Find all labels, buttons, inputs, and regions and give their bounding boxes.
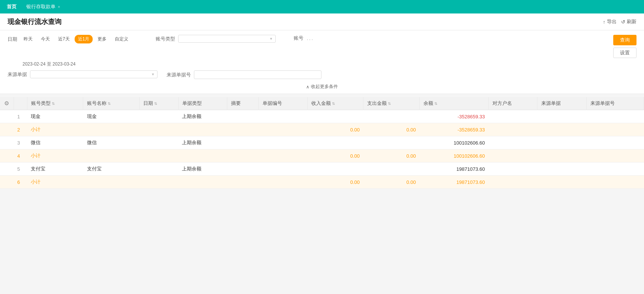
cell-source_doc_no — [586, 163, 644, 176]
sort-icon-account_name: ⇅ — [108, 101, 111, 106]
cell-expense: 0.00 — [363, 149, 420, 163]
account-filter-group: 账号 ... — [294, 35, 314, 42]
sort-icon-income: ⇅ — [332, 101, 335, 106]
account-dots[interactable]: ... — [306, 35, 314, 42]
cell-row_num: 3 — [14, 136, 27, 149]
source-doc-select[interactable]: ▾ — [30, 70, 158, 78]
account-type-filter-group: 账号类型 ▾ — [156, 35, 276, 43]
table-row[interactable]: 3微信微信上期余额100102606.60 — [0, 136, 644, 149]
nav-home[interactable]: 首页 — [2, 3, 22, 10]
date-label: 日期 — [8, 36, 17, 43]
cell-expense — [363, 110, 420, 123]
col-label-counterpart: 对方户名 — [492, 100, 512, 106]
cell-balance: 100102606.60 — [420, 136, 489, 149]
cell-balance: 19871073.60 — [420, 163, 489, 176]
cell-account_name — [83, 149, 140, 163]
table-row[interactable]: 4小计0.000.00100102606.60 — [0, 149, 644, 163]
cell-counterpart — [489, 163, 537, 176]
collapse-icon: ∧ — [306, 84, 309, 90]
cell-expense: 0.00 — [363, 123, 420, 136]
date-option-5[interactable]: 自定义 — [111, 35, 132, 43]
table-row[interactable]: 6小计0.000.0019871073.60 — [0, 176, 644, 189]
date-options: 昨天今天近7天近1月更多自定义 — [20, 35, 132, 43]
cell-doc_no — [258, 163, 307, 176]
cell-doc_type: 上期余额 — [178, 163, 227, 176]
cell-doc_type: 上期余额 — [178, 136, 227, 149]
col-account_name[interactable]: 账号名称⇅ — [83, 97, 140, 110]
table-row[interactable]: 1现金现金上期余额-3528659.33 — [0, 110, 644, 123]
source-doc-no-input[interactable] — [194, 70, 321, 79]
table-row[interactable]: 5支付宝支付宝上期余额19871073.60 — [0, 163, 644, 176]
cell-doc_no — [258, 123, 307, 136]
cell-account_name: 微信 — [83, 136, 140, 149]
cell-summary — [227, 136, 258, 149]
col-label-summary: 摘要 — [231, 100, 241, 106]
table-settings-icon[interactable]: ⚙ — [4, 100, 9, 106]
cell-expense: 0.00 — [363, 176, 420, 189]
col-source_doc: 来源单据 — [537, 97, 586, 110]
refresh-button[interactable]: ↺ 刷新 — [621, 18, 636, 25]
cell-counterpart — [489, 136, 537, 149]
cell-account_name: 支付宝 — [83, 163, 140, 176]
col-balance[interactable]: 余额⇅ — [420, 97, 489, 110]
cell-doc_type: 上期余额 — [178, 110, 227, 123]
date-option-2[interactable]: 近7天 — [55, 35, 73, 43]
filter-actions: 查询 设置 — [613, 35, 636, 58]
date-option-0[interactable]: 昨天 — [20, 35, 36, 43]
export-button[interactable]: ↑ 导出 — [603, 18, 617, 25]
top-nav: 首页 收款单×付款单×其他收入单×应收应付调整单×银行存取款单×预收冲应收单×收… — [0, 0, 644, 13]
cell-counterpart — [489, 110, 537, 123]
settings-button[interactable]: 设置 — [613, 48, 636, 58]
table-row[interactable]: 2小计0.000.00-3528659.33 — [0, 123, 644, 136]
account-type-arrow-icon: ▾ — [270, 36, 272, 41]
date-range-display: 2023-02-24 至 2023-03-24 — [23, 61, 75, 67]
date-option-4[interactable]: 更多 — [94, 35, 110, 43]
page-title: 现金银行流水查询 — [8, 17, 62, 26]
col-label-date: 日期 — [143, 100, 153, 106]
account-type-select[interactable]: ▾ — [178, 35, 276, 43]
source-doc-no-filter-group: 来源单据号 — [167, 70, 321, 79]
refresh-label: 刷新 — [627, 18, 636, 25]
col-summary: 摘要 — [227, 97, 258, 110]
collapse-label: 收起更多条件 — [311, 84, 338, 90]
cell-income — [307, 110, 363, 123]
cell-row_num: 2 — [14, 123, 27, 136]
col-date[interactable]: 日期⇅ — [140, 97, 178, 110]
col-label-balance: 余额 — [423, 100, 433, 106]
col-label-income: 收入金额 — [311, 100, 331, 106]
export-icon: ↑ — [603, 19, 606, 25]
cell-doc_no — [258, 176, 307, 189]
col-income[interactable]: 收入金额⇅ — [307, 97, 363, 110]
col-expense[interactable]: 支出金额⇅ — [363, 97, 420, 110]
cell-source_doc_no — [586, 123, 644, 136]
cell-source_doc_no — [586, 176, 644, 189]
collapse-bar[interactable]: ∧ 收起更多条件 — [8, 82, 636, 91]
query-button[interactable]: 查询 — [613, 35, 636, 45]
cell-date — [140, 149, 178, 163]
nav-tab-银行存取款单[interactable]: 银行存取款单× — [22, 0, 74, 13]
sort-icon-account_type: ⇅ — [52, 101, 55, 106]
cell-date — [140, 110, 178, 123]
cell-balance: -3528659.33 — [420, 110, 489, 123]
col-settings: ⚙ — [0, 97, 14, 110]
filter-row-1: 日期 昨天今天近7天近1月更多自定义 账号类型 ▾ 账号 ... 查询 设置 — [8, 35, 636, 58]
col-source_doc_no: 来源单据号 — [586, 97, 644, 110]
sort-icon-expense: ⇅ — [388, 101, 391, 106]
cell-account_name: 现金 — [83, 110, 140, 123]
cell-doc_no — [258, 136, 307, 149]
cell-source_doc — [537, 136, 586, 149]
cell-source_doc — [537, 176, 586, 189]
cell-doc_type — [178, 149, 227, 163]
cell-settings — [0, 163, 14, 176]
date-option-1[interactable]: 今天 — [38, 35, 53, 43]
tab-close-icon[interactable]: × — [58, 4, 60, 9]
source-doc-filter-group: 来源单据 ▾ — [8, 70, 158, 78]
sort-icon-date: ⇅ — [154, 101, 157, 106]
date-option-3[interactable]: 近1月 — [75, 35, 93, 43]
col-account_type[interactable]: 账号类型⇅ — [27, 97, 83, 110]
cell-account_type: 现金 — [27, 110, 83, 123]
cell-income — [307, 136, 363, 149]
col-label-source_doc: 来源单据 — [541, 100, 561, 106]
cell-row_num: 5 — [14, 163, 27, 176]
col-label-account_name: 账号名称 — [87, 100, 107, 106]
